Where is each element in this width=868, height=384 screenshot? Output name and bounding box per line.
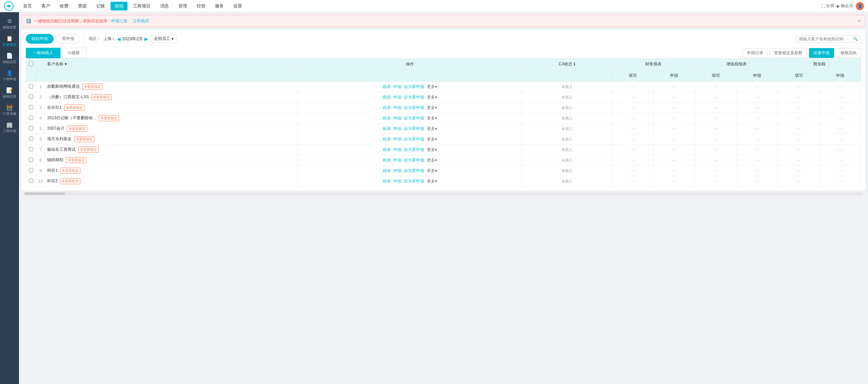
row-checkbox[interactable] [29,157,33,162]
action-more[interactable]: 更多▾ [427,84,437,89]
action-more[interactable]: 更多▾ [427,179,437,184]
row-checkbox[interactable] [29,168,33,172]
nav-message[interactable]: 消息 [156,2,173,10]
action-tax-table[interactable]: 税表 [383,126,391,131]
action-set-zero[interactable]: 设为零申报 [404,179,424,184]
action-tax-table[interactable]: 税表 [383,116,391,121]
action-tax-table[interactable]: 税表 [383,84,391,89]
action-tax-table[interactable]: 税表 [383,168,391,173]
row-checkbox[interactable] [29,115,33,120]
action-set-zero[interactable]: 设为零申报 [404,147,424,152]
sort-icon[interactable]: ▾ [65,62,67,66]
scroll-thumb[interactable] [24,192,65,195]
subtab-general[interactable]: 一般纳税人 [26,48,60,58]
notice-icon: ℹ️ [26,19,31,23]
nav-fee[interactable]: 收费 [56,2,73,10]
action-declare[interactable]: 申报 [393,116,401,121]
action-more[interactable]: 更多▾ [427,126,437,131]
sidebar-item-tax-settings[interactable]: ⚙ 报税设置 [0,15,19,32]
action-declare[interactable]: 申报 [393,179,401,184]
app-logo[interactable] [4,1,14,11]
nav-home[interactable]: 首页 [19,2,36,10]
action-more[interactable]: 更多▾ [427,158,437,163]
row-checkbox-cell [26,113,36,124]
nav-service[interactable]: 服务 [211,2,228,10]
staff-selector[interactable]: 全部员工 ▾ [151,35,177,43]
action-set-zero[interactable]: 设为零申报 [404,158,424,163]
svg-point-1 [8,5,10,7]
date-prev-button[interactable]: ◀ [117,36,121,42]
row-checkbox[interactable] [29,136,33,141]
action-tax-table[interactable]: 税表 [383,105,391,110]
notice-link-report[interactable]: 申报汇签 [111,18,127,24]
action-update-button[interactable]: 更新税定及取数 [770,48,807,58]
action-record-button[interactable]: 申报记录 [743,48,768,58]
horizontal-scrollbar[interactable] [22,191,865,196]
ca-info-icon[interactable]: ℹ [574,62,575,66]
subtab-small[interactable]: 小规模 [60,48,87,58]
user-avatar[interactable]: 👤 [856,2,864,10]
row-checkbox[interactable] [29,147,33,151]
action-retrieve-button[interactable]: 收取回执 [836,48,861,58]
action-tax-table[interactable]: 税表 [383,95,391,100]
action-declare[interactable]: 申报 [393,137,401,142]
sidebar-item-business-annual[interactable]: 🏢 工商年报 [0,119,19,136]
nav-business[interactable]: 工商项目 [129,2,155,10]
nav-tax[interactable]: 报税 [111,2,127,10]
nav-accounting[interactable]: 记账 [92,2,109,10]
row-checkbox[interactable] [29,94,33,99]
action-set-zero[interactable]: 设为零申报 [404,126,424,131]
sidebar-item-tax-overview[interactable]: 📄 报税总览 [0,49,19,67]
date-next-button[interactable]: ▶ [144,36,148,42]
action-set-zero[interactable]: 设为零申报 [404,84,424,89]
tab-tax-declare[interactable]: 税款申报 [26,34,54,44]
action-more[interactable]: 更多▾ [427,95,437,100]
action-declare[interactable]: 申报 [393,168,401,173]
action-declare[interactable]: 申报 [393,105,401,110]
nav-customer[interactable]: 客户 [37,2,54,10]
action-more[interactable]: 更多▾ [427,116,437,121]
sidebar-item-annual-settle[interactable]: 🧮 汇算清缴 [0,101,19,119]
action-more[interactable]: 更多▾ [427,137,437,142]
action-declare[interactable]: 申报 [393,95,401,100]
search-icon[interactable]: 🔍 [853,37,858,41]
sidebar-item-tax-records[interactable]: 📝 报税记录 [0,84,19,101]
action-tax-table[interactable]: 税表 [383,147,391,152]
action-declare[interactable]: 申报 [393,126,401,131]
notice-close-button[interactable]: × [858,18,861,24]
row-checkbox[interactable] [29,178,33,183]
action-tax-table[interactable]: 税表 [383,137,391,142]
action-set-zero[interactable]: 设为零申报 [404,105,424,110]
action-tax-table[interactable]: 税表 [383,179,391,184]
action-set-zero[interactable]: 设为零申报 [404,168,424,173]
notice-link-buy[interactable]: 立即购买 [133,18,149,24]
action-set-zero[interactable]: 设为零申报 [404,95,424,100]
action-more[interactable]: 更多▾ [427,105,437,110]
sidebar-item-batch-tax[interactable]: 📋 批量报税 [0,32,19,49]
action-set-zero[interactable]: 设为零申报 [404,116,424,121]
action-tax-table[interactable]: 税表 [383,158,391,163]
search-input[interactable] [799,37,853,41]
nav-invoice[interactable]: 票据 [74,2,91,10]
row-checkbox[interactable] [29,126,33,130]
action-more[interactable]: 更多▾ [427,147,437,152]
select-all-checkbox[interactable] [29,62,33,66]
premium-button[interactable]: ▶ 畅会员 [837,3,853,9]
nav-settings[interactable]: 设置 [229,2,246,10]
info-icon[interactable]: ℹ [113,37,114,41]
sidebar-item-personal-tax[interactable]: 👤 个税申报 [0,67,19,84]
row-checkbox[interactable] [29,84,33,88]
nav-operations[interactable]: 经营 [193,2,210,10]
top-controls: 税款申报 零申报 地区： 上海 ℹ ◀ 2023年2月 ▶ 全部员工 ▾ [26,34,861,44]
action-declare[interactable]: 申报 [393,158,401,163]
row-checkbox[interactable] [29,105,33,109]
action-more[interactable]: 更多▾ [427,168,437,173]
action-declare[interactable]: 申报 [393,84,401,89]
action-batch-button[interactable]: 批量申报 [809,48,834,58]
action-set-zero[interactable]: 设为零申报 [404,137,424,142]
nav-management[interactable]: 管理 [174,2,191,10]
row-ca-status: 未插入 [522,92,612,103]
tab-zero-declare[interactable]: 零申报 [56,34,80,44]
action-declare[interactable]: 申报 [393,147,401,152]
fullscreen-button[interactable]: ⛶ 全屏 [821,3,834,9]
